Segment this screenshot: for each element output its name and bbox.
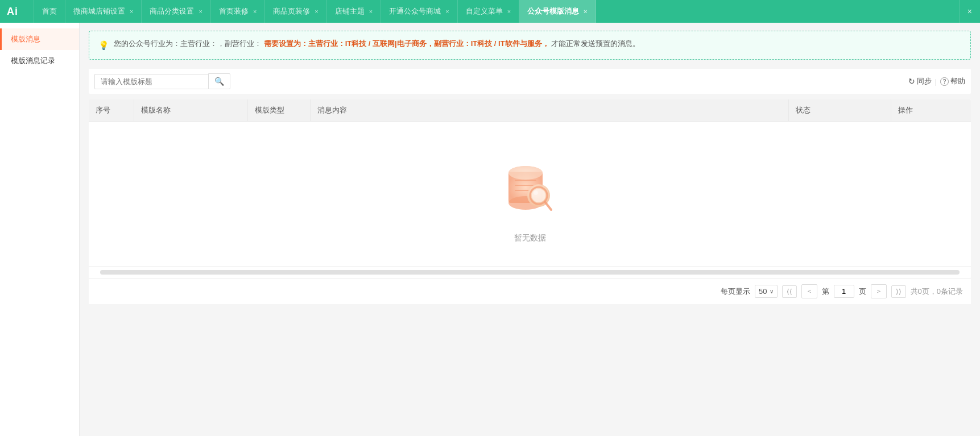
nav-tab-8[interactable]: 公众号模版消息× <box>519 0 596 23</box>
pagination: 每页显示 50 ∨ ⟨⟨ ＜ 第 页 ＞ ⟩⟩ 共0页，0条记录 <box>89 278 971 304</box>
top-nav: Ai 首页微商城店铺设置×商品分类设置×首页装修×商品页装修×店铺主题×开通公众… <box>0 0 980 23</box>
sidebar-item-0[interactable]: 模版消息 <box>0 28 79 50</box>
chevron-down-icon: ∨ <box>770 288 774 294</box>
nav-tab-close-4[interactable]: × <box>315 8 318 15</box>
empty-state: 暂无数据 <box>89 122 971 266</box>
nav-tab-close-8[interactable]: × <box>584 8 587 15</box>
first-page-button[interactable]: ⟨⟨ <box>782 285 797 298</box>
nav-tab-label-1: 微商城店铺设置 <box>73 6 125 16</box>
empty-text: 暂无数据 <box>514 233 546 243</box>
next-page-icon: ＞ <box>875 287 882 295</box>
nav-tab-6[interactable]: 开通公众号商城× <box>381 0 457 23</box>
search-group: 🔍 <box>94 73 230 89</box>
nav-tab-label-7: 自定义菜单 <box>466 6 503 16</box>
page-size-label: 每页显示 <box>721 286 750 297</box>
help-icon: ? <box>940 77 949 86</box>
table-col-header-1: 模版名称 <box>134 99 248 121</box>
page-size-select[interactable]: 50 ∨ <box>755 285 777 298</box>
global-close-button[interactable]: × <box>959 0 980 23</box>
svg-line-10 <box>545 202 551 210</box>
next-page-button[interactable]: ＞ <box>871 284 887 298</box>
nav-tab-label-2: 商品分类设置 <box>150 6 194 16</box>
svg-point-3 <box>508 166 543 180</box>
last-page-icon: ⟩⟩ <box>896 288 902 296</box>
nav-tab-close-7[interactable]: × <box>507 8 511 15</box>
total-records: 共0页，0条记录 <box>911 286 963 297</box>
horizontal-scrollbar[interactable] <box>100 270 960 275</box>
nav-tab-close-2[interactable]: × <box>199 8 202 15</box>
nav-tab-close-6[interactable]: × <box>445 8 449 15</box>
search-icon: 🔍 <box>214 77 224 86</box>
table-col-header-5: 操作 <box>891 99 971 121</box>
nav-tab-2[interactable]: 商品分类设置× <box>142 0 210 23</box>
nav-tab-3[interactable]: 首页装修× <box>211 0 265 23</box>
nav-tab-0[interactable]: 首页 <box>34 0 65 23</box>
table-header: 序号模版名称模版类型消息内容状态操作 <box>89 99 971 122</box>
last-page-button[interactable]: ⟩⟩ <box>891 285 906 298</box>
svg-point-11 <box>534 190 538 195</box>
toolbar-right: ↻ 同步 | ? 帮助 <box>908 76 965 86</box>
nav-tab-close-3[interactable]: × <box>253 8 257 15</box>
prev-page-icon: ＜ <box>806 287 813 295</box>
nav-tab-close-1[interactable]: × <box>130 8 133 15</box>
sync-icon: ↻ <box>908 77 915 86</box>
notice-icon: 💡 <box>98 39 109 52</box>
nav-tab-5[interactable]: 店铺主题× <box>327 0 381 23</box>
first-page-icon: ⟨⟨ <box>787 288 792 296</box>
table-col-header-2: 模版类型 <box>248 99 311 121</box>
search-input[interactable] <box>94 74 208 89</box>
nav-tab-4[interactable]: 商品页装修× <box>265 0 326 23</box>
content-area: 💡 您的公众号行业为：主营行业：，副营行业： 需要设置为：主营行业：IT科技 /… <box>80 23 980 436</box>
table-col-header-3: 消息内容 <box>311 99 789 121</box>
scrollbar-area <box>89 266 971 278</box>
sidebar: 模版消息模版消息记录 <box>0 23 80 436</box>
nav-tab-close-5[interactable]: × <box>369 8 373 15</box>
notice-box: 💡 您的公众号行业为：主营行业：，副营行业： 需要设置为：主营行业：IT科技 /… <box>89 31 971 60</box>
nav-tab-label-5: 店铺主题 <box>335 6 365 16</box>
table-col-header-4: 状态 <box>789 99 891 121</box>
empty-illustration <box>496 156 564 224</box>
nav-tab-label-3: 首页装修 <box>219 6 249 16</box>
page-label-after: 页 <box>859 286 866 297</box>
page-number-input[interactable] <box>834 285 854 298</box>
divider: | <box>935 77 937 86</box>
sidebar-item-1[interactable]: 模版消息记录 <box>0 50 79 72</box>
search-button[interactable]: 🔍 <box>208 73 230 89</box>
nav-tab-7[interactable]: 自定义菜单× <box>458 0 519 23</box>
nav-tab-label-4: 商品页装修 <box>273 6 310 16</box>
page-label-before: 第 <box>822 286 829 297</box>
nav-tab-1[interactable]: 微商城店铺设置× <box>65 0 142 23</box>
nav-tab-label-0: 首页 <box>42 6 57 16</box>
prev-page-button[interactable]: ＜ <box>801 284 817 298</box>
app-logo: Ai <box>0 0 34 23</box>
main-layout: 模版消息模版消息记录 💡 您的公众号行业为：主营行业：，副营行业： 需要设置为：… <box>0 23 980 436</box>
nav-tab-label-8: 公众号模版消息 <box>527 6 579 16</box>
toolbar: 🔍 ↻ 同步 | ? 帮助 <box>89 69 971 94</box>
sync-button[interactable]: ↻ 同步 <box>908 76 932 86</box>
notice-text: 您的公众号行业为：主营行业：，副营行业： 需要设置为：主营行业：IT科技 / 互… <box>114 38 640 50</box>
table-col-header-0: 序号 <box>89 99 134 121</box>
data-table: 序号模版名称模版类型消息内容状态操作 <box>89 99 971 278</box>
nav-tab-label-6: 开通公众号商城 <box>389 6 441 16</box>
svg-point-9 <box>532 189 545 202</box>
help-button[interactable]: ? 帮助 <box>940 76 965 86</box>
